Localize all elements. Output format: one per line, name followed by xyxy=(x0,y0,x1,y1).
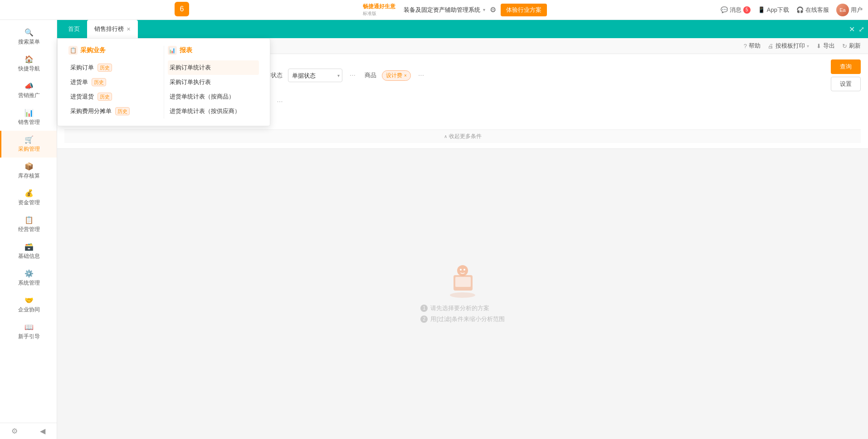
sidebar-item-finance[interactable]: 💰 资金管理 xyxy=(0,184,57,211)
dropdown-item-purchase-order-exec[interactable]: 采购订单执行表 xyxy=(168,75,259,89)
dropdown-item-goods-stats-by-product[interactable]: 进货单统计表（按商品） xyxy=(168,89,259,104)
tab-close-icon[interactable]: ✕ xyxy=(127,26,131,32)
svg-rect-2 xyxy=(455,277,471,287)
sidebar-item-basic[interactable]: 🗃️ 基础信息 xyxy=(0,238,57,265)
app-name: 畅捷通好生意 xyxy=(363,3,395,10)
user-btn[interactable]: Ea 用户 xyxy=(836,4,863,16)
search-icon: 🔍 xyxy=(24,28,34,37)
purchase-expense-badge: 历史 xyxy=(115,107,130,115)
dropdown-col2-title: 📊 报表 xyxy=(168,46,259,55)
sidebar-item-marketing[interactable]: 📣 营销推广 xyxy=(0,77,57,104)
sidebar-item-quick-nav[interactable]: 🏠 快捷导航 xyxy=(0,50,57,77)
dropdown-item-goods-stats-by-supplier[interactable]: 进货单统计表（按供应商） xyxy=(168,104,259,118)
top-bar-right: 💬 消息 5 📱 App下载 🎧 在线客服 Ea 用户 xyxy=(721,4,863,16)
dropdown-col-2: 📊 报表 采购订单统计表 采购订单执行表 进货单统计表（按商品） 进货单统计表（… xyxy=(164,46,263,118)
title-dropdown-arrow: ▾ xyxy=(483,7,485,12)
sidebar-item-system[interactable]: ⚙️ 系统管理 xyxy=(0,265,57,291)
operations-icon: 📋 xyxy=(24,216,34,224)
tab-home[interactable]: 首页 xyxy=(61,20,87,38)
sidebar-item-label: 基础信息 xyxy=(18,252,40,260)
hint-num-1: 1 xyxy=(420,305,428,312)
sidebar-item-inventory[interactable]: 📦 库存核算 xyxy=(0,158,57,184)
collapse-filter-btn[interactable]: ∧ 收起更多条件 xyxy=(64,129,861,143)
export-icon: ⬇ xyxy=(816,43,821,49)
empty-state: 1 请先选择要分析的方案 2 用[过滤]条件来缩小分析范围 xyxy=(57,149,868,439)
sidebar-item-enterprise[interactable]: 🤝 企业协同 xyxy=(0,291,57,318)
purchase-icon: 🛒 xyxy=(24,135,34,144)
tab-close-all-icon[interactable]: ✕ xyxy=(849,25,855,34)
online-service-btn[interactable]: 🎧 在线客服 xyxy=(796,6,829,14)
hint-text-2: 用[过滤]条件来缩小分析范围 xyxy=(430,315,504,323)
tab-bar-right: ✕ ⤢ xyxy=(849,25,864,34)
goods-tag-close[interactable]: × xyxy=(404,73,407,78)
tab-fullscreen-icon[interactable]: ⤢ xyxy=(858,25,864,34)
svg-point-5 xyxy=(463,269,465,271)
phone-icon: 📱 xyxy=(758,6,765,13)
print-btn[interactable]: 🖨 按模板打印 ▾ xyxy=(768,42,809,50)
settings-icon[interactable]: ⚙ xyxy=(490,5,496,14)
col1-title-text: 采购业务 xyxy=(80,46,106,54)
dropdown-item-purchase-order[interactable]: 采购订单 历史 xyxy=(68,60,160,75)
sidebar-item-purchase[interactable]: 🛒 采购管理 xyxy=(0,131,57,158)
salesperson-filter-dots: ··· xyxy=(277,98,283,106)
tab-sales-rank[interactable]: 销售排行榜 ✕ xyxy=(87,20,138,38)
dropdown-item-purchase-order-stats[interactable]: 采购订单统计表 xyxy=(168,60,259,75)
inventory-icon: 📦 xyxy=(24,162,34,171)
goods-stats-by-supplier-label: 进货单统计表（按供应商） xyxy=(170,107,240,115)
headset-icon: 🎧 xyxy=(796,6,804,13)
title-dropdown[interactable]: 装备及固定资产辅助管理系统 ▾ xyxy=(404,6,485,14)
message-btn[interactable]: 💬 消息 5 xyxy=(721,6,751,14)
dropdown-item-goods-receipt[interactable]: 进货单 历史 xyxy=(68,75,160,89)
print-icon: 🖨 xyxy=(768,43,774,49)
sidebar-item-label: 快捷导航 xyxy=(18,65,40,73)
empty-hints: 1 请先选择要分析的方案 2 用[过滤]条件来缩小分析范围 xyxy=(420,304,504,326)
svg-point-0 xyxy=(450,292,475,298)
print-dropdown-arrow: ▾ xyxy=(807,44,809,49)
collapse-icon: ∧ xyxy=(444,134,447,139)
purchase-dropdown-menu: 📋 采购业务 采购订单 历史 进货单 历史 进货退货 历史 采购费用分摊单 历史… xyxy=(57,38,270,126)
top-bar: 6 畅捷通好生意 标准版 装备及固定资产辅助管理系统 ▾ ⚙ 体验行业方案 💬 … xyxy=(0,0,868,20)
export-btn[interactable]: ⬇ 导出 xyxy=(816,42,835,50)
print-label: 按模板打印 xyxy=(775,42,805,50)
online-service-label: 在线客服 xyxy=(805,6,829,14)
sidebar-item-operations[interactable]: 📋 经营管理 xyxy=(0,211,57,238)
message-label: 消息 xyxy=(730,6,741,14)
sidebar-collapse-btn[interactable]: ◀ xyxy=(40,427,45,435)
sidebar-item-guide[interactable]: 📖 新手引导 xyxy=(0,318,57,345)
sales-icon: 📊 xyxy=(24,109,34,117)
tab-bar: 首页 销售排行榜 ✕ ✕ ⤢ xyxy=(57,20,868,38)
sidebar-bottom: ⚙ ◀ xyxy=(0,423,57,439)
dropdown-item-purchase-expense[interactable]: 采购费用分摊单 历史 xyxy=(68,104,160,118)
sidebar-item-label: 系统管理 xyxy=(18,279,40,287)
sidebar-item-sales[interactable]: 📊 销售管理 xyxy=(0,104,57,131)
marketing-icon: 📣 xyxy=(24,82,34,90)
export-label: 导出 xyxy=(823,42,835,50)
dropdown-item-goods-return[interactable]: 进货退货 历史 xyxy=(68,89,160,104)
app-title: 装备及固定资产辅助管理系统 xyxy=(404,6,480,14)
goods-filter-dots: ··· xyxy=(418,71,424,79)
collapse-label: 收起更多条件 xyxy=(449,133,482,140)
filter-settings-btn[interactable]: 设置 xyxy=(831,77,861,91)
sidebar-item-label: 企业协同 xyxy=(18,306,40,314)
dropdown-col-1: 📋 采购业务 采购订单 历史 进货单 历史 进货退货 历史 采购费用分摊单 历史 xyxy=(65,46,164,118)
purchase-order-badge: 历史 xyxy=(98,64,112,72)
tab-sales-rank-label: 销售排行榜 xyxy=(94,25,124,33)
help-icon: ? xyxy=(744,43,747,49)
industry-btn[interactable]: 体验行业方案 xyxy=(501,4,547,16)
app-logo: 6 xyxy=(175,2,189,16)
status-select[interactable]: 单据状态 xyxy=(288,69,342,82)
sidebar-item-search[interactable]: 🔍 搜索菜单 xyxy=(0,24,57,50)
app-download-btn[interactable]: 📱 App下载 xyxy=(758,6,789,14)
help-btn[interactable]: ? 帮助 xyxy=(744,42,761,50)
goods-stats-by-product-label: 进货单统计表（按商品） xyxy=(170,93,234,101)
status-filter-dots: ··· xyxy=(350,71,356,79)
dropdown-col1-title: 📋 采购业务 xyxy=(68,46,160,55)
help-label: 帮助 xyxy=(749,42,761,50)
svg-point-4 xyxy=(460,269,462,271)
col2-title-text: 报表 xyxy=(180,46,192,54)
purchase-order-exec-label: 采购订单执行表 xyxy=(170,78,211,86)
sidebar-settings-btn[interactable]: ⚙ xyxy=(11,427,18,435)
refresh-btn[interactable]: ↻ 刷新 xyxy=(842,42,861,50)
query-btn[interactable]: 查询 xyxy=(831,59,861,74)
refresh-label: 刷新 xyxy=(849,42,861,50)
